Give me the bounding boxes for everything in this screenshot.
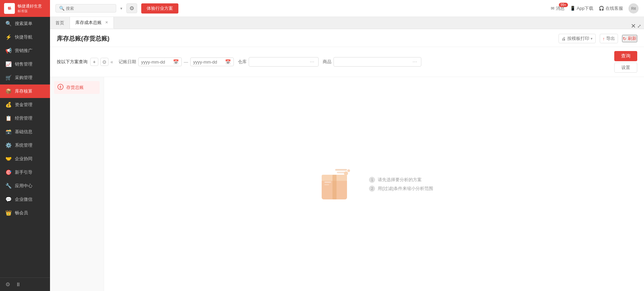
warehouse-filter-field: 仓库 ··· (238, 57, 319, 67)
empty-tip-2: 2 用[过滤]条件来缩小分析范围 (369, 186, 433, 192)
sidebar-item-inventory[interactable]: 📦 库存核算 (0, 84, 50, 98)
sidebar-item-purchase[interactable]: 🛒 采购管理 (0, 71, 50, 84)
filter-actions: + ⊙ « (90, 58, 113, 66)
scheme-selector: ₿ 存货总账 (50, 77, 104, 291)
export-btn[interactable]: ↑ 导出 (600, 34, 618, 43)
refresh-icon: ↻ (623, 36, 626, 41)
sidebar-item-basic[interactable]: 🗃️ 基础信息 (0, 125, 50, 139)
svg-text:₿: ₿ (59, 85, 61, 89)
filter-label: 按以下方案查询 (57, 59, 88, 65)
search-input[interactable] (66, 6, 106, 11)
sidebar-scroll: 🔍 搜索菜单 ⚡ 快捷导航 📢 营销推广 📈 销售管理 🛒 采购管理 📦 库存核… (0, 17, 50, 277)
svg-rect-7 (324, 181, 331, 183)
sidebar-item-marketing[interactable]: 📢 营销推广 (0, 44, 50, 57)
product-input[interactable]: ··· (333, 57, 421, 67)
message-badge: 99+ (559, 3, 568, 7)
inventory-icon: 📦 (5, 88, 11, 94)
add-filter-btn[interactable]: + (90, 58, 98, 66)
tabs-bar: 首页 库存成本总账 ✕ (50, 17, 644, 29)
date-separator: — (184, 59, 188, 65)
sidebar-item-finance[interactable]: 💰 资金管理 (0, 98, 50, 112)
tab-inventory-cost[interactable]: 库存成本总账 ✕ (70, 17, 114, 29)
headset-icon: 🎧 (599, 6, 604, 11)
filter-settings-btn-2[interactable]: 设置 (614, 63, 637, 73)
warehouse-input[interactable]: ··· (249, 57, 319, 67)
sidebar-item-system[interactable]: ⚙️ 系统管理 (0, 139, 50, 152)
message-icon: ✉ (551, 6, 554, 11)
wechat-icon: 💬 (5, 196, 11, 202)
empty-content: 1 请先选择要分析的方案 2 用[过滤]条件来缩小分析范围 (315, 167, 433, 201)
industry-btn[interactable]: 体验行业方案 (141, 3, 178, 14)
app-download-btn[interactable]: 📱 App下载 (570, 5, 593, 11)
date-start-input[interactable]: 📅 (138, 57, 182, 66)
collapse-icon[interactable]: ⏸ (16, 282, 21, 288)
search-chevron-icon[interactable]: ▾ (120, 6, 122, 11)
warehouse-more-icon[interactable]: ··· (308, 59, 316, 65)
topbar: 🔍 ▾ ⚙ 体验行业方案 ✉ 消息 99+ 📱 App下载 🎧 在线客服 Rit (50, 0, 644, 17)
svg-point-9 (344, 171, 348, 175)
main-area: 🔍 ▾ ⚙ 体验行业方案 ✉ 消息 99+ 📱 App下载 🎧 在线客服 Rit (50, 0, 644, 291)
sidebar-bottom: ⚙ ⏸ (0, 277, 50, 291)
svg-rect-8 (324, 184, 329, 185)
basic-icon: 🗃️ (5, 129, 11, 135)
system-icon: ⚙️ (5, 142, 11, 148)
sidebar-item-operations[interactable]: 📋 经营管理 (0, 112, 50, 125)
sidebar-item-search[interactable]: 🔍 搜索菜单 (0, 17, 50, 30)
filter-row: 记账日期 📅 — 📅 仓库 ··· (119, 57, 609, 67)
warehouse-field[interactable] (252, 59, 308, 65)
sidebar-item-member[interactable]: 👑 畅会员 (0, 206, 50, 220)
tab-close-icon[interactable]: ✕ (105, 20, 108, 25)
svg-point-10 (347, 169, 350, 172)
close-panel-icon[interactable]: ✕ (631, 22, 636, 30)
print-btn[interactable]: 🖨 按模板打印 ▾ (559, 34, 596, 43)
tip-number-2: 2 (369, 186, 375, 192)
filter-settings-btn[interactable]: ⊙ (100, 58, 108, 66)
sidebar-item-guide[interactable]: 🎯 新手引导 (0, 166, 50, 179)
expand-panel-icon[interactable]: ⤢ (637, 23, 641, 29)
date-end-field[interactable] (193, 59, 224, 65)
product-field[interactable] (337, 59, 411, 65)
query-btn[interactable]: 查询 (614, 51, 637, 61)
search-box[interactable]: 🔍 (55, 4, 116, 13)
date-label: 记账日期 (119, 59, 136, 65)
message-btn[interactable]: ✉ 消息 99+ (551, 5, 565, 11)
online-service-btn[interactable]: 🎧 在线客服 (599, 5, 623, 11)
sidebar-item-wechat[interactable]: 💬 企业微信 (0, 193, 50, 206)
sidebar-item-sales[interactable]: 📈 销售管理 (0, 57, 50, 71)
filter-buttons: 查询 设置 (614, 51, 637, 73)
sidebar-item-app-center[interactable]: 🔧 应用中心 (0, 179, 50, 193)
print-chevron-icon: ▾ (591, 37, 593, 41)
member-icon: 👑 (5, 210, 11, 216)
refresh-btn[interactable]: ↻ 刷新 (622, 35, 637, 42)
topbar-right: ✉ 消息 99+ 📱 App下载 🎧 在线客服 Rit (551, 3, 639, 14)
filter-collapse-icon[interactable]: « (110, 59, 113, 65)
app-center-icon: 🔧 (5, 183, 11, 189)
sidebar-item-quick-nav[interactable]: ⚡ 快捷导航 (0, 30, 50, 44)
settings-icon[interactable]: ⚙ (5, 281, 10, 288)
panel-close-area: ✕ ⤢ (628, 21, 644, 31)
date-start-field[interactable] (141, 59, 172, 65)
tab-home[interactable]: 首页 (50, 17, 70, 29)
sidebar-item-cooperation[interactable]: 🤝 企业协同 (0, 152, 50, 166)
gear-icon[interactable]: ⚙ (126, 3, 137, 13)
empty-state: 1 请先选择要分析的方案 2 用[过滤]条件来缩小分析范围 (104, 77, 644, 291)
product-more-icon[interactable]: ··· (411, 59, 418, 65)
user-avatar[interactable]: Rit (628, 3, 639, 14)
product-label: 商品 (323, 59, 331, 65)
date-end-input[interactable]: 📅 (190, 57, 234, 66)
empty-tip-1: 1 请先选择要分析的方案 (369, 177, 433, 183)
marketing-icon: 📢 (5, 48, 11, 54)
calendar-start-icon[interactable]: 📅 (173, 59, 179, 65)
filter-label-row: 按以下方案查询 + ⊙ « (57, 58, 113, 66)
calendar-end-icon[interactable]: 📅 (225, 59, 231, 65)
search-icon: 🔍 (5, 21, 11, 27)
svg-rect-6 (332, 175, 337, 199)
warehouse-label: 仓库 (238, 59, 247, 65)
page-actions: 🖨 按模板打印 ▾ ↑ 导出 ↻ 刷新 (559, 34, 638, 43)
sidebar: 畅 畅捷通好生意 标准版 🔍 搜索菜单 ⚡ 快捷导航 📢 营销推广 📈 销售管理… (0, 0, 50, 291)
date-filter-field: 记账日期 📅 — 📅 (119, 57, 234, 66)
scheme-item-inventory-total[interactable]: ₿ 存货总账 (54, 81, 100, 94)
page-title: 库存总账(存货总账) (57, 34, 109, 43)
sales-icon: 📈 (5, 61, 11, 67)
empty-illustration (315, 167, 355, 201)
